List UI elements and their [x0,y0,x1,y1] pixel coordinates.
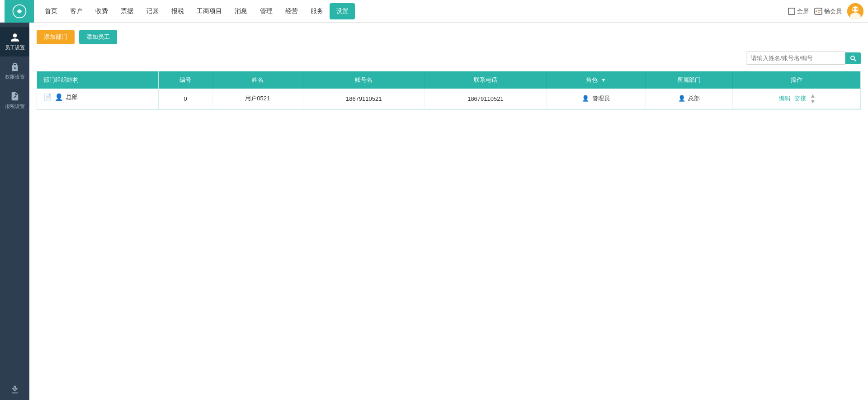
top-nav: 首页 客户 收费 票据 记账 报税 工商项目 消息 管理 经营 服务 设置 全屏… [0,0,868,23]
col-header-id: 编号 [159,71,212,89]
filter-icon[interactable]: ▼ [601,77,606,83]
col-header-name: 姓名 [212,71,303,89]
cell-dept: 👤 总部 [646,89,732,109]
table-row: 0 用户0521 18679110521 18679110521 👤 管理员 👤… [159,89,860,109]
cell-actions: 编辑 交接 ▲ ▼ [733,89,860,109]
taxsettings-icon [10,91,20,101]
col-header-account: 账号名 [303,71,425,89]
nav-item-account[interactable]: 记账 [140,0,165,23]
svg-point-9 [853,8,854,10]
dept-tree: 部门组织结构 📄 👤 总部 [37,71,159,110]
cell-role: 👤 管理员 [547,89,646,109]
transfer-action[interactable]: 交接 [794,94,806,103]
nav-item-manage[interactable]: 管理 [254,0,279,23]
permission-icon [10,62,20,72]
sidebar-item-employee[interactable]: 员工设置 [0,27,29,56]
fullscreen-button[interactable]: 全屏 [788,7,809,15]
svg-point-10 [856,8,858,10]
svg-line-12 [854,59,856,61]
fullscreen-label: 全屏 [797,7,809,15]
sidebar-item-permission[interactable]: 权限设置 [0,56,29,86]
svg-point-0 [18,10,20,12]
table-area: 部门组织结构 📄 👤 总部 编号 姓名 账号名 联系电话 [37,71,861,110]
svg-point-3 [816,10,817,12]
sidebar: 员工设置 权限设置 报税设置 [0,23,29,400]
add-emp-button[interactable]: 添加员工 [79,30,117,44]
nav-item-settings[interactable]: 设置 [330,3,355,19]
nav-item-home[interactable]: 首页 [38,0,64,23]
dept-tree-header: 部门组织结构 [37,71,158,89]
logo [5,0,34,23]
cell-phone: 18679110521 [425,89,546,109]
cell-account: 18679110521 [303,89,425,109]
search-icon [850,55,856,61]
sidebar-bottom [0,379,29,400]
employee-icon [10,33,20,42]
sidebar-item-employee-label: 员工设置 [5,44,25,51]
search-input[interactable] [746,52,845,65]
nav-item-message[interactable]: 消息 [228,0,254,23]
sidebar-item-taxsettings[interactable]: 报税设置 [0,86,29,115]
search-button[interactable] [845,52,861,64]
cell-name: 用户0521 [212,89,303,109]
dept-person-icon: 👤 [55,93,63,101]
nav-item-operation[interactable]: 经营 [279,0,304,23]
member-icon [814,8,822,15]
svg-rect-1 [788,8,795,14]
nav-item-business[interactable]: 工商项目 [190,0,228,23]
search-bar [37,52,861,65]
col-header-phone: 联系电话 [425,71,546,89]
nav-item-service[interactable]: 服务 [304,0,330,23]
dept-tree-body[interactable]: 📄 👤 总部 [37,89,158,106]
fullscreen-icon [788,8,795,15]
nav-items: 首页 客户 收费 票据 记账 报税 工商项目 消息 管理 经营 服务 设置 [38,0,788,23]
member-button[interactable]: 畅会员 [814,7,842,15]
download-icon [10,385,20,395]
nav-item-customer[interactable]: 客户 [64,0,89,23]
add-dept-button[interactable]: 添加部门 [37,30,75,44]
nav-item-tax[interactable]: 报税 [165,0,190,23]
col-header-role: 角色 ▼ [547,71,646,89]
sidebar-item-download[interactable] [0,379,29,400]
member-label: 畅会员 [824,7,842,15]
user-avatar[interactable] [847,3,863,19]
nav-item-fee[interactable]: 收费 [89,0,114,23]
nav-item-invoice[interactable]: 票据 [114,0,140,23]
main-layout: 员工设置 权限设置 报税设置 添加部门 添加员工 [0,23,868,400]
content-area: 添加部门 添加员工 部门组织结构 📄 👤 总部 [29,23,868,400]
role-person-icon: 👤 [582,95,589,102]
dept-node-label: 总部 [66,93,78,101]
toolbar-buttons: 添加部门 添加员工 [37,30,861,44]
dept-person-icon-cell: 👤 [678,95,685,102]
sidebar-item-permission-label: 权限设置 [5,74,25,80]
col-header-actions: 操作 [732,71,860,89]
employee-table: 编号 姓名 账号名 联系电话 角色 ▼ 所属部门 操作 [159,71,861,110]
svg-point-11 [851,56,854,60]
sidebar-item-taxsettings-label: 报税设置 [5,103,25,110]
file-icon: 📄 [43,93,52,101]
edit-action[interactable]: 编辑 [779,94,791,103]
scroll-down-arrow[interactable]: ▼ [810,99,816,104]
cell-id: 0 [159,89,212,109]
nav-right: 全屏 畅会员 [788,3,863,19]
col-header-dept: 所属部门 [646,71,732,89]
